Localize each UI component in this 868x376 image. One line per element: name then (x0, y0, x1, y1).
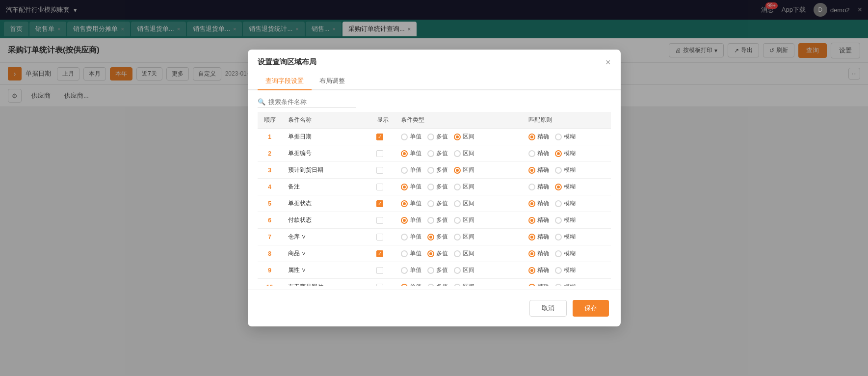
search-input[interactable] (268, 98, 347, 106)
search-icon: 🔍 (258, 98, 265, 106)
modal-title: 设置查询区域布局 (258, 57, 316, 67)
modal-tab-layout-label: 布局调整 (319, 77, 345, 84)
modal-tab-layout[interactable]: 布局调整 (312, 73, 353, 90)
search-wrap: 🔍 (258, 96, 356, 107)
modal-header: 设置查询区域布局 × (248, 50, 621, 67)
modal-close-button[interactable]: × (605, 58, 611, 67)
modal-tabs: 查询字段设置 布局调整 (248, 67, 621, 90)
settings-modal: 设置查询区域布局 × 查询字段设置 布局调整 🔍 顺序 (248, 50, 621, 107)
modal-overlay: 设置查询区域布局 × 查询字段设置 布局调整 🔍 顺序 (0, 0, 868, 107)
modal-tab-fields-label: 查询字段设置 (265, 77, 304, 84)
modal-tab-fields[interactable]: 查询字段设置 (258, 73, 312, 90)
modal-search-area: 🔍 (248, 90, 621, 107)
